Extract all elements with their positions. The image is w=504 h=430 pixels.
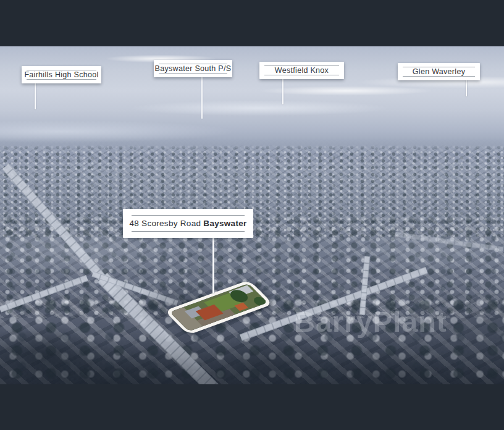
aerial-photo: BarryPlant 48 Scoresby Road Bayswater Fa… [0, 46, 504, 384]
map-label-glen-waverley: Glen Waverley [398, 63, 480, 80]
label-rule-bottom [159, 73, 227, 74]
address-suburb: Bayswater [203, 219, 246, 228]
label-rule-top [27, 70, 96, 70]
leader-line-bayswater-south-ps [201, 77, 203, 119]
sky [0, 46, 504, 151]
photographer-watermark: BarryPlant [294, 305, 447, 339]
label-rule-top [403, 67, 475, 67]
map-label-bayswater-south-ps: Bayswater South P/S [154, 60, 232, 77]
map-label-fairhills-high-school: Fairhills High School [22, 66, 101, 83]
leader-line-fairhills-high-school [35, 83, 36, 109]
footer-bar: T G PROPERTY [0, 384, 504, 430]
label-rule-bottom [132, 231, 245, 232]
map-label-text: Fairhills High School [24, 71, 98, 79]
leader-line-westfield-knox [282, 78, 284, 104]
map-label-text: Glen Waverley [413, 68, 465, 76]
label-rule-top [132, 215, 245, 216]
leader-line-glen-waverley [466, 80, 467, 96]
leader-line-property [212, 237, 214, 293]
label-rule-bottom [264, 75, 339, 75]
label-rule-bottom [403, 76, 475, 77]
map-label-text: Bayswater South P/S [155, 65, 232, 73]
label-rule-top [264, 65, 339, 66]
property-address-text: 48 Scoresby Road Bayswater [129, 219, 246, 228]
label-rule-top [159, 64, 227, 64]
map-label-westfield-knox: Westfield Knox [259, 62, 344, 79]
map-label-text: Westfield Knox [275, 67, 329, 75]
address-street: 48 Scoresby Road [129, 219, 201, 228]
label-rule-bottom [27, 79, 96, 80]
top-bar [0, 0, 504, 46]
property-address-label: 48 Scoresby Road Bayswater [123, 209, 253, 238]
